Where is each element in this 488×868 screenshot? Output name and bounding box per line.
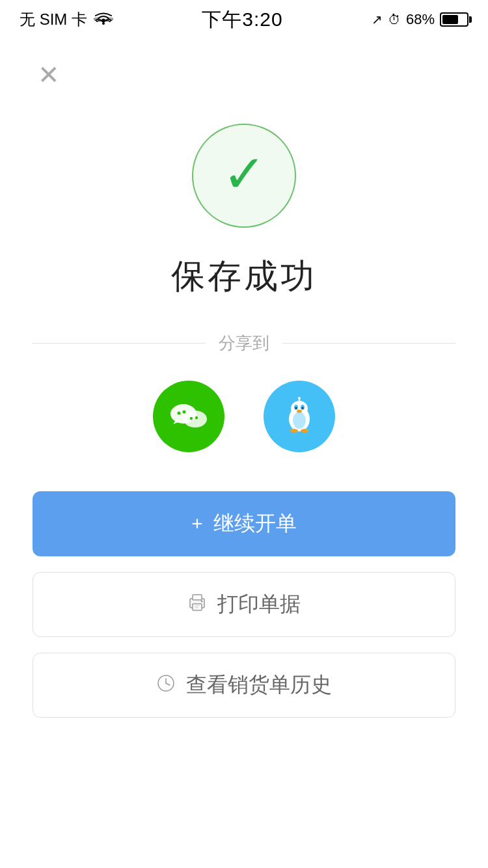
svg-point-2	[183, 411, 207, 427]
battery-percent: 68%	[406, 11, 435, 28]
success-title: 保存成功	[171, 254, 317, 299]
svg-point-16	[290, 429, 298, 433]
svg-point-3	[177, 411, 180, 414]
continue-label: 继续开单	[213, 509, 297, 538]
status-time: 下午3:20	[202, 7, 282, 33]
location-icon: ↗	[372, 12, 383, 27]
continue-button[interactable]: + 继续开单	[33, 491, 455, 556]
divider-line-left	[33, 343, 206, 344]
svg-rect-21	[193, 595, 202, 600]
share-icons-row	[153, 381, 335, 452]
wechat-icon	[168, 396, 210, 438]
close-button-row: ✕	[33, 39, 455, 104]
print-button[interactable]: 打印单据	[33, 572, 455, 637]
main-content: ✕ ✓ 保存成功 分享到	[0, 39, 488, 718]
divider-line-right	[282, 343, 455, 344]
share-divider: 分享到	[33, 332, 455, 355]
qq-icon	[280, 397, 319, 436]
svg-point-19	[298, 397, 301, 400]
status-right: ↗ ⏱ 68%	[372, 11, 468, 28]
svg-point-15	[293, 412, 306, 429]
status-left: 无 SIM 卡	[20, 9, 113, 30]
svg-point-17	[301, 429, 308, 433]
wifi-icon	[94, 10, 113, 29]
svg-point-4	[182, 410, 185, 413]
svg-point-25	[201, 600, 203, 602]
svg-point-13	[302, 407, 304, 409]
battery-icon	[440, 12, 468, 27]
svg-point-0	[102, 22, 105, 25]
history-label: 查看销货单历史	[186, 671, 332, 699]
qq-share-button[interactable]	[264, 381, 335, 452]
alarm-icon: ⏱	[388, 12, 401, 27]
svg-line-28	[166, 683, 170, 685]
svg-point-5	[189, 416, 192, 419]
plus-icon: +	[191, 513, 203, 535]
wechat-share-button[interactable]	[153, 381, 224, 452]
history-button[interactable]: 查看销货单历史	[33, 653, 455, 718]
svg-rect-22	[193, 604, 202, 610]
no-sim-label: 无 SIM 卡	[20, 9, 87, 30]
success-icon-circle: ✓	[192, 124, 296, 228]
svg-point-6	[195, 416, 197, 418]
print-icon	[187, 593, 207, 616]
history-icon	[156, 673, 176, 698]
status-bar: 无 SIM 卡 下午3:20 ↗ ⏱ 68%	[0, 0, 488, 39]
svg-point-12	[295, 407, 297, 409]
share-label: 分享到	[219, 332, 269, 355]
close-icon: ✕	[38, 62, 60, 88]
print-label: 打印单据	[217, 590, 301, 619]
close-button[interactable]: ✕	[33, 59, 65, 91]
checkmark-icon: ✓	[223, 148, 266, 200]
action-buttons: + 继续开单 打印单据	[33, 491, 455, 718]
